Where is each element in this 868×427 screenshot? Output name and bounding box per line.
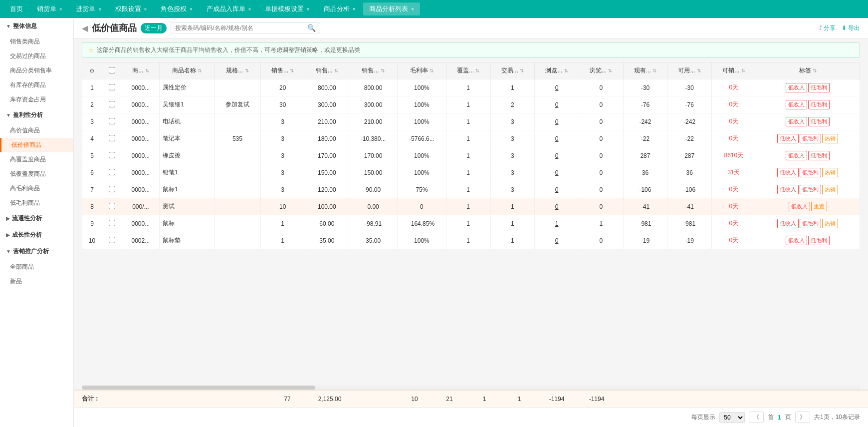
col-sales2[interactable]: 销售... ⇅ — [305, 62, 349, 79]
row-select-checkbox[interactable] — [109, 84, 115, 90]
nav-product-list[interactable]: 商品分析列表 × — [363, 2, 420, 15]
row-select-checkbox[interactable] — [109, 152, 115, 158]
col-spec[interactable]: 规格... ⇅ — [215, 62, 261, 79]
col-current[interactable]: 现有... ⇅ — [623, 62, 667, 79]
sidebar-item-inventory[interactable]: 有库存的商品 — [0, 78, 73, 92]
search-input[interactable] — [175, 24, 305, 31]
sidebar-item-new-goods[interactable]: 新品 — [0, 274, 73, 289]
view-link[interactable]: 0 — [555, 237, 559, 244]
period-badge[interactable]: 近一月 — [141, 23, 167, 33]
sidebar-item-capital[interactable]: 库存资金占用 — [0, 92, 73, 107]
col-sales1[interactable]: 销售... ⇅ — [260, 62, 305, 79]
col-sales3[interactable]: 销售... ⇅ — [349, 62, 398, 79]
col-coverage[interactable]: 覆盖... ⇅ — [446, 62, 490, 79]
col-saleable[interactable]: 可销... ⇅ — [711, 62, 756, 79]
alert-text: 这部分商品的销售收入大幅低于商品平均销售收入，价值不高，可考虑调整营销策略，或是… — [97, 46, 360, 54]
nav-close-purchase[interactable]: × — [98, 6, 101, 12]
row-select-checkbox[interactable] — [109, 237, 115, 243]
view-link[interactable]: 0 — [555, 169, 559, 176]
share-btn[interactable]: ⤴ 分享 — [819, 24, 836, 32]
nav-sales-order[interactable]: 销货单 × — [31, 2, 68, 15]
col-code[interactable]: 商... ⇅ — [122, 62, 160, 79]
row-col3: 35.00 — [349, 232, 398, 249]
export-btn[interactable]: ⬇ 导出 — [842, 24, 860, 32]
view-link[interactable]: 0 — [555, 186, 559, 193]
sidebar-item-high-value[interactable]: 高价值商品 — [0, 123, 73, 138]
select-all-checkbox[interactable] — [109, 67, 115, 73]
row-select-checkbox[interactable] — [109, 186, 115, 192]
nav-close-perm[interactable]: × — [144, 6, 147, 12]
sidebar-item-high-margin[interactable]: 高毛利商品 — [0, 181, 73, 196]
row-col1: 1 — [260, 232, 305, 249]
sidebar-item-category-rate[interactable]: 商品分类销售率 — [0, 63, 73, 78]
nav-permission[interactable]: 权限设置 × — [109, 2, 153, 15]
sidebar-group-marketing-label: 营销推广分析 — [13, 247, 49, 256]
nav-product-in[interactable]: 产成品入库单 × — [201, 2, 257, 15]
row-col9: -30 — [623, 79, 667, 96]
row-days: 0天 — [711, 79, 756, 96]
col-available[interactable]: 可用... ⇅ — [667, 62, 712, 79]
sidebar-item-traded[interactable]: 交易过的商品 — [0, 49, 73, 63]
view-link[interactable]: 0 — [555, 203, 559, 210]
nav-close-sales[interactable]: × — [59, 6, 62, 12]
sidebar-item-low-coverage[interactable]: 低覆盖度商品 — [0, 167, 73, 181]
row-col2: 210.00 — [305, 113, 349, 130]
sidebar-group-flow[interactable]: ▶ 流通性分析 — [0, 210, 73, 227]
nav-close-template[interactable]: × — [307, 6, 310, 12]
settings-icon[interactable]: ⚙ — [89, 67, 95, 74]
row-col3: 90.00 — [349, 181, 398, 198]
days-badge: 0天 — [729, 237, 738, 244]
row-col10: -981 — [667, 215, 712, 232]
row-select-checkbox[interactable] — [109, 203, 115, 209]
view-link[interactable]: 0 — [555, 84, 559, 91]
nav-close-list[interactable]: × — [411, 6, 414, 12]
view-link[interactable]: 1 — [555, 220, 559, 227]
nav-role[interactable]: 角色授权 × — [155, 2, 198, 15]
col-name[interactable]: 商品名称 ⇅ — [160, 62, 215, 79]
col-view2[interactable]: 浏览... ⇅ — [579, 62, 623, 79]
sidebar-group-profit[interactable]: ▼ 盈利性分析 — [0, 107, 73, 123]
row-code: 0000... — [122, 147, 160, 164]
horizontal-scrollbar[interactable] — [82, 386, 860, 390]
table-container: ⚙ 商... ⇅ 商品名称 ⇅ 规格... ⇅ 销售... ⇅ 销售... ⇅ … — [74, 62, 868, 386]
last-page-btn[interactable]: 》 — [795, 412, 810, 423]
search-icon[interactable]: 🔍 — [307, 24, 316, 32]
row-col5: 1 — [446, 181, 490, 198]
row-select-checkbox[interactable] — [109, 101, 115, 107]
col-view1[interactable]: 浏览... ⇅ — [535, 62, 579, 79]
nav-close-role[interactable]: × — [190, 6, 193, 12]
view-link[interactable]: 0 — [555, 118, 559, 125]
nav-close-product[interactable]: × — [248, 6, 251, 12]
nav-product-analysis[interactable]: 商品分析 × — [318, 2, 361, 15]
col-margin[interactable]: 毛利率 ⇅ — [398, 62, 446, 79]
sidebar-group-overall[interactable]: ▼ 整体信息 — [0, 18, 73, 34]
first-page-btn[interactable]: 《 — [749, 412, 764, 423]
row-spec — [215, 232, 261, 249]
row-select-checkbox[interactable] — [109, 169, 115, 175]
col-tags[interactable]: 标签 ⇅ — [756, 62, 860, 79]
col-trade[interactable]: 交易... ⇅ — [490, 62, 535, 79]
sidebar-item-sales-goods[interactable]: 销售类商品 — [0, 34, 73, 49]
sidebar-item-all-goods[interactable]: 全部商品 — [0, 260, 73, 274]
nav-home[interactable]: 首页 — [4, 2, 29, 15]
sidebar-item-low-value[interactable]: 低价值商品 — [0, 138, 73, 152]
collapse-sidebar-btn[interactable]: ◀ — [82, 23, 88, 33]
view-link[interactable]: 0 — [555, 135, 559, 142]
current-page: 1 — [778, 414, 781, 421]
sidebar-item-low-margin[interactable]: 低毛利商品 — [0, 196, 73, 210]
nav-template[interactable]: 单据模板设置 × — [259, 2, 315, 15]
view-link[interactable]: 0 — [555, 152, 559, 159]
row-num: 9 — [82, 215, 102, 232]
row-select-checkbox[interactable] — [109, 135, 115, 141]
per-page-select[interactable]: 50 20 100 — [719, 412, 745, 423]
col-settings[interactable]: ⚙ — [82, 62, 102, 79]
sidebar-group-marketing[interactable]: ▼ 营销推广分析 — [0, 243, 73, 260]
sidebar-group-growth[interactable]: ▶ 成长性分析 — [0, 227, 73, 243]
row-select-checkbox[interactable] — [109, 220, 115, 226]
row-select-checkbox[interactable] — [109, 118, 115, 124]
nav-close-analysis[interactable]: × — [352, 6, 355, 12]
view-link[interactable]: 0 — [555, 101, 559, 108]
nav-purchase[interactable]: 进货单 × — [70, 2, 107, 15]
sidebar-item-high-coverage[interactable]: 高覆盖度商品 — [0, 152, 73, 167]
scrollbar-thumb[interactable] — [82, 386, 315, 390]
